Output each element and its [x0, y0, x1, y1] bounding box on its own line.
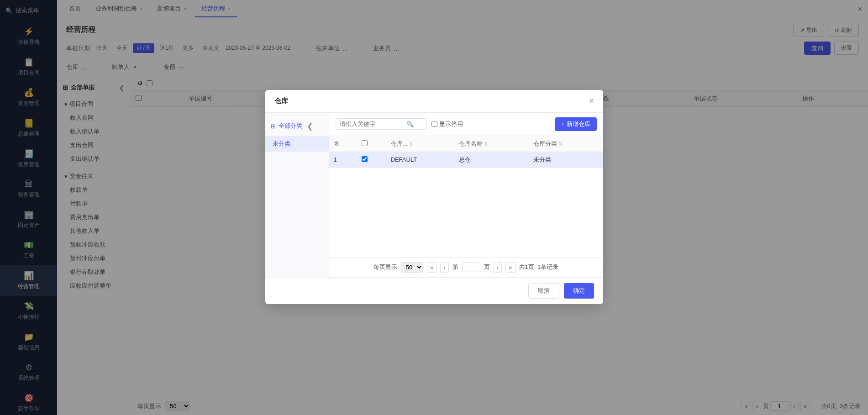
modal-title: 仓库 — [274, 97, 288, 105]
modal-left-item-unclassified[interactable]: 未分类 — [265, 136, 329, 152]
modal-collapse-button[interactable]: ❮ — [305, 120, 315, 132]
sort-icon-code: ⇅ — [409, 141, 413, 147]
modal-left-panel: ⊞ 全部分类 ❮ 未分类 — [265, 113, 329, 277]
modal-first-page-btn[interactable]: « — [427, 262, 437, 273]
modal-confirm-button[interactable]: 确定 — [564, 283, 594, 299]
modal-per-page-select[interactable]: 50 — [401, 262, 423, 273]
modal-body: ⊞ 全部分类 ❮ 未分类 🔍 显示停用 + 新增仓 — [265, 113, 603, 277]
modal-next-page-btn[interactable]: › — [494, 262, 502, 273]
modal-cancel-button[interactable]: 取消 — [528, 283, 559, 299]
modal-search-wrap: 🔍 — [336, 118, 427, 130]
modal-footer: 取消 确定 — [265, 277, 603, 304]
modal-toolbar: 🔍 显示停用 + 新增仓库 — [329, 113, 603, 136]
sort-icon-name: ⇅ — [484, 141, 488, 147]
modal-table: ⚙ 仓库... ⇅ 仓库名称 ⇅ 仓库分类 ⇅ 1 DEFAULT 总仓 — [329, 136, 603, 257]
show-disabled-checkbox[interactable] — [431, 121, 437, 127]
modal-page-label: 第 — [452, 263, 458, 271]
modal-close-button[interactable]: × — [589, 96, 594, 106]
warehouse-table-header: ⚙ 仓库... ⇅ 仓库名称 ⇅ 仓库分类 ⇅ — [329, 136, 603, 152]
modal-select-all[interactable] — [362, 140, 368, 146]
add-warehouse-button[interactable]: + 新增仓库 — [555, 117, 597, 131]
plus-icon: + — [561, 121, 565, 127]
row-code: DEFAULT — [386, 152, 454, 168]
show-disabled-text: 显示停用 — [439, 120, 463, 128]
modal-last-page-btn[interactable]: » — [505, 262, 515, 273]
th-modal-checkbox — [357, 136, 386, 152]
row-category: 未分类 — [529, 152, 603, 168]
modal-left-header[interactable]: ⊞ 全部分类 ❮ — [265, 116, 329, 136]
modal-prev-page-btn[interactable]: ‹ — [440, 262, 448, 273]
grid-icon-modal: ⊞ — [271, 123, 276, 130]
modal-header: 仓库 × — [265, 90, 603, 113]
modal-page-number-input[interactable]: 1 — [462, 263, 480, 272]
th-warehouse-code: 仓库... ⇅ — [386, 136, 454, 152]
row-name: 总仓 — [454, 152, 529, 168]
row-checkbox — [357, 152, 386, 168]
modal-per-page-label: 每页显示 — [374, 263, 397, 271]
warehouse-table: ⚙ 仓库... ⇅ 仓库名称 ⇅ 仓库分类 ⇅ 1 DEFAULT 总仓 — [329, 136, 603, 168]
add-warehouse-label: 新增仓库 — [567, 120, 590, 128]
modal-pagination: 每页显示 50 « ‹ 第 1 页 › » 共1页, 1条记录 — [329, 257, 603, 277]
row-index: 1 — [329, 152, 358, 168]
th-settings-icon: ⚙ — [329, 136, 358, 152]
th-warehouse-category: 仓库分类 ⇅ — [529, 136, 603, 152]
modal-right-panel: 🔍 显示停用 + 新增仓库 ⚙ 仓库... ⇅ — [329, 113, 603, 277]
modal-search-input[interactable] — [340, 121, 404, 127]
modal-search-icon: 🔍 — [406, 121, 414, 127]
warehouse-table-row[interactable]: 1 DEFAULT 总仓 未分类 — [329, 152, 603, 168]
sort-icon-category: ⇅ — [558, 141, 563, 147]
modal-all-label: 全部分类 — [279, 122, 302, 130]
unclassified-label: 未分类 — [273, 140, 290, 147]
th-warehouse-name: 仓库名称 ⇅ — [454, 136, 529, 152]
warehouse-modal: 仓库 × ⊞ 全部分类 ❮ 未分类 🔍 显示停用 — [265, 90, 603, 304]
modal-next-label: 页 — [484, 263, 490, 271]
row-select-checkbox[interactable] — [362, 156, 368, 162]
modal-total-info: 共1页, 1条记录 — [519, 263, 559, 271]
show-disabled-label[interactable]: 显示停用 — [431, 120, 463, 128]
